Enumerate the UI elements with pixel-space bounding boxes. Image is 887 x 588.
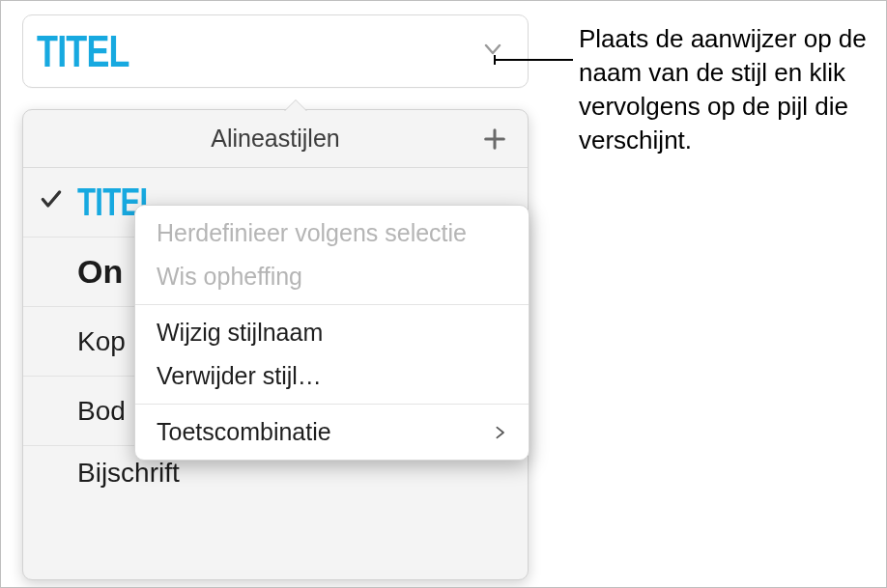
menu-separator [135,404,529,405]
chevron-right-icon [492,418,507,446]
style-row-label: Kop [77,326,126,357]
ctx-item-label: Wis opheffing [157,263,302,291]
check-icon [39,186,64,218]
menu-separator [135,304,529,305]
ctx-item-label: Herdefinieer volgens selectie [157,219,467,247]
style-row-label: On [77,253,123,291]
popover-title: Alineastijlen [211,125,339,153]
ctx-item-label: Verwijder stijl… [157,362,322,390]
style-context-menu: Herdefinieer volgens selectie Wis opheff… [134,205,529,461]
popover-header: Alineastijlen [23,110,528,168]
style-row-label: Bijschrift [77,458,180,489]
style-name-dropdown[interactable]: TITEL [22,14,529,88]
ctx-rename[interactable]: Wijzig stijlnaam [135,311,529,354]
ctx-shortcut[interactable]: Toetscombinatie [135,410,529,454]
add-style-button[interactable] [479,124,510,154]
current-style-label: TITEL [37,25,129,77]
ctx-item-label: Wijzig stijlnaam [157,319,323,347]
style-row-label: Bod [77,396,126,427]
ctx-item-label: Toetscombinatie [157,418,331,446]
callout-text: Plaats de aanwijzer op de naam van de st… [579,22,878,157]
callout-leader [494,59,573,61]
ctx-redefine: Herdefinieer volgens selectie [135,211,529,255]
ctx-delete[interactable]: Verwijder stijl… [135,354,529,398]
screenshot-canvas: TITEL Alineastijlen TITEL On [0,0,887,588]
ctx-clear-override: Wis opheffing [135,255,529,298]
